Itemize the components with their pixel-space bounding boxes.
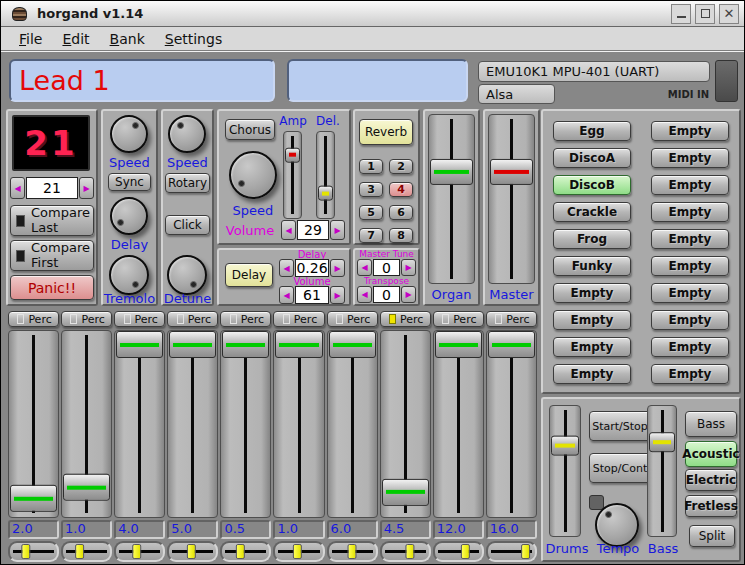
compare-first-button[interactable]: Compare First bbox=[10, 240, 94, 271]
chorus-volume-increment[interactable] bbox=[330, 220, 345, 240]
vibrato-delay-knob[interactable] bbox=[110, 197, 148, 235]
chorus-amp-handle[interactable] bbox=[285, 148, 300, 163]
menu-edit[interactable]: Edit bbox=[52, 29, 99, 49]
delay-volume-decrement[interactable] bbox=[279, 286, 294, 304]
click-button[interactable]: Click bbox=[165, 215, 210, 235]
transpose-decrement[interactable] bbox=[357, 286, 372, 303]
organ-fader[interactable] bbox=[428, 114, 475, 284]
preset-button-left-5[interactable]: Frog bbox=[553, 229, 631, 249]
vibrato-speed-knob[interactable] bbox=[110, 115, 148, 153]
drawbar-fader-4[interactable] bbox=[167, 330, 218, 518]
menu-settings[interactable]: Settings bbox=[155, 29, 232, 49]
delay-button[interactable]: Delay bbox=[225, 263, 273, 287]
delay-volume-increment[interactable] bbox=[330, 286, 345, 304]
chorus-button[interactable]: Chorus bbox=[225, 119, 275, 140]
program-decrement-button[interactable] bbox=[10, 177, 25, 199]
pan-handle[interactable] bbox=[132, 544, 141, 559]
drawbar-fader-handle[interactable] bbox=[435, 331, 482, 358]
preset-button-left-6[interactable]: Funky bbox=[553, 256, 631, 276]
preset-button-right-6[interactable]: Empty bbox=[651, 256, 729, 276]
preset-button-left-7[interactable]: Empty bbox=[553, 283, 631, 303]
perc-toggle-7[interactable]: Perc bbox=[327, 311, 378, 327]
pan-slider-4[interactable] bbox=[167, 541, 218, 562]
drawbar-fader-handle[interactable] bbox=[63, 474, 110, 501]
perc-toggle-9[interactable]: Perc bbox=[433, 311, 484, 327]
delay-volume-value[interactable]: 61 bbox=[295, 286, 329, 304]
close-button[interactable] bbox=[719, 4, 739, 24]
pan-slider-10[interactable] bbox=[486, 541, 537, 562]
detune-knob[interactable] bbox=[167, 255, 207, 295]
drawbar-fader-handle[interactable] bbox=[116, 331, 163, 358]
minimize-button[interactable] bbox=[671, 4, 691, 24]
reverb-type-3[interactable]: 3 bbox=[359, 182, 383, 197]
pan-handle[interactable] bbox=[21, 544, 30, 559]
chorus-amp-slider[interactable] bbox=[283, 131, 302, 219]
program-number-value[interactable]: 21 bbox=[26, 177, 78, 199]
split-button[interactable]: Split bbox=[689, 525, 735, 547]
master-fader[interactable] bbox=[488, 114, 535, 284]
drawbar-fader-handle[interactable] bbox=[169, 331, 216, 358]
pan-slider-1[interactable] bbox=[8, 541, 59, 562]
drawbar-fader-handle[interactable] bbox=[329, 331, 376, 358]
master-tune-value[interactable]: 0 bbox=[373, 259, 400, 276]
reverb-type-4[interactable]: 4 bbox=[389, 182, 413, 197]
drawbar-fader-handle[interactable] bbox=[10, 485, 57, 512]
chorus-del-slider[interactable] bbox=[316, 131, 335, 219]
pan-handle[interactable] bbox=[461, 544, 470, 559]
reverb-button[interactable]: Reverb bbox=[359, 119, 413, 145]
preset-button-right-2[interactable]: Empty bbox=[651, 148, 729, 168]
pan-handle[interactable] bbox=[187, 544, 196, 559]
pan-handle[interactable] bbox=[75, 544, 84, 559]
pan-handle[interactable] bbox=[405, 544, 414, 559]
drawbar-fader-6[interactable] bbox=[273, 330, 324, 518]
stop-cont-button[interactable]: Stop/Cont bbox=[589, 453, 651, 483]
start-stop-button[interactable]: Start/Stop bbox=[589, 411, 651, 441]
perc-toggle-2[interactable]: Perc bbox=[61, 311, 112, 327]
delay-time-value[interactable]: 0.26 bbox=[295, 259, 329, 277]
audio-driver-select[interactable]: Alsa bbox=[478, 84, 555, 104]
pan-handle[interactable] bbox=[293, 544, 302, 559]
preset-button-right-9[interactable]: Empty bbox=[651, 337, 729, 357]
tremolo-knob[interactable] bbox=[109, 255, 149, 295]
drawbar-fader-9[interactable] bbox=[433, 330, 484, 518]
reverb-type-7[interactable]: 7 bbox=[359, 228, 383, 243]
drawbar-fader-handle[interactable] bbox=[275, 331, 322, 358]
transpose-increment[interactable] bbox=[401, 286, 416, 303]
drawbar-fader-3[interactable] bbox=[114, 330, 165, 518]
drawbar-fader-8[interactable] bbox=[380, 330, 431, 518]
bass-type-acoustic-button[interactable]: Acoustic bbox=[685, 441, 737, 467]
preset-button-left-10[interactable]: Empty bbox=[553, 364, 631, 384]
preset-button-left-9[interactable]: Empty bbox=[553, 337, 631, 357]
drums-fader-handle[interactable] bbox=[551, 436, 579, 456]
reverb-type-8[interactable]: 8 bbox=[389, 228, 413, 243]
pan-slider-6[interactable] bbox=[273, 541, 324, 562]
sync-button[interactable]: Sync bbox=[108, 173, 151, 191]
pan-slider-2[interactable] bbox=[61, 541, 112, 562]
rotary-button[interactable]: Rotary bbox=[165, 173, 210, 193]
midi-device-select[interactable]: EMU10K1 MPU-401 (UART) bbox=[478, 61, 710, 82]
reverb-type-5[interactable]: 5 bbox=[359, 205, 383, 220]
perc-toggle-3[interactable]: Perc bbox=[114, 311, 165, 327]
perc-toggle-5[interactable]: Perc bbox=[220, 311, 271, 327]
delay-time-increment[interactable] bbox=[330, 259, 345, 277]
drawbar-fader-1[interactable] bbox=[8, 330, 59, 518]
organ-fader-handle[interactable] bbox=[430, 159, 473, 185]
chorus-del-handle[interactable] bbox=[318, 186, 333, 201]
menu-file[interactable]: File bbox=[9, 29, 52, 49]
pan-handle[interactable] bbox=[236, 544, 245, 559]
bass-fader-handle[interactable] bbox=[649, 432, 675, 452]
titlebar[interactable]: horgand v1.14 bbox=[1, 1, 744, 27]
perc-toggle-10[interactable]: Perc bbox=[486, 311, 537, 327]
drawbar-fader-handle[interactable] bbox=[222, 331, 269, 358]
pan-slider-5[interactable] bbox=[220, 541, 271, 562]
perc-toggle-6[interactable]: Perc bbox=[273, 311, 324, 327]
transpose-value[interactable]: 0 bbox=[373, 286, 400, 303]
drawbar-fader-handle[interactable] bbox=[382, 479, 429, 506]
preset-button-right-10[interactable]: Empty bbox=[651, 364, 729, 384]
delay-time-decrement[interactable] bbox=[279, 259, 294, 277]
bass-type-electric-button[interactable]: Electric bbox=[685, 469, 737, 491]
preset-button-right-7[interactable]: Empty bbox=[651, 283, 729, 303]
preset-button-left-2[interactable]: DiscoA bbox=[553, 148, 631, 168]
panic-button[interactable]: Panic!! bbox=[10, 275, 94, 300]
master-tune-increment[interactable] bbox=[401, 259, 416, 276]
